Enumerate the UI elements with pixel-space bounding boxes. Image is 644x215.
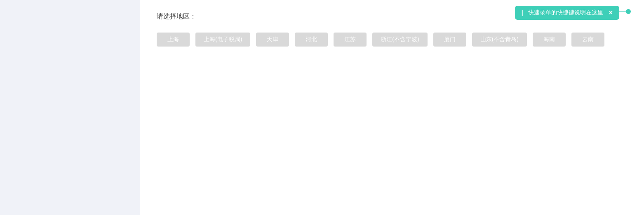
region-btn-yunnan[interactable]: 云南 [571, 33, 604, 47]
region-btn-hainan[interactable]: 海南 [533, 33, 566, 47]
tooltip-dot [626, 9, 631, 14]
region-btn-shandong[interactable]: 山东(不含青岛) [472, 33, 527, 47]
region-buttons-container: 上海 上海(电子税局) 天津 河北 江苏 浙江(不含宁波) 厦门 山东(不含青岛… [157, 33, 628, 47]
tooltip-text: 快速录单的快捷键说明在这里 [528, 9, 603, 16]
app-layout: 快速录单的快捷键说明在这里 × 请选择地区： 上海 上海(电子税局) 天津 河北… [0, 0, 644, 215]
region-btn-zhejiang[interactable]: 浙江(不含宁波) [372, 33, 427, 47]
tooltip-close-button[interactable]: × [609, 9, 613, 16]
main-content: 快速录单的快捷键说明在这里 × 请选择地区： 上海 上海(电子税局) 天津 河北… [140, 0, 644, 215]
region-btn-jiangsu[interactable]: 江苏 [334, 33, 367, 47]
sidebar [0, 0, 140, 215]
region-btn-xiamen[interactable]: 厦门 [433, 33, 466, 47]
region-btn-tianjin[interactable]: 天津 [256, 33, 289, 47]
region-btn-shanghai[interactable]: 上海 [157, 33, 190, 47]
tooltip-banner: 快速录单的快捷键说明在这里 × [515, 6, 619, 20]
tooltip-line [618, 11, 626, 12]
region-btn-hebei[interactable]: 河北 [295, 33, 328, 47]
region-btn-shanghai-etax[interactable]: 上海(电子税局) [195, 33, 250, 47]
